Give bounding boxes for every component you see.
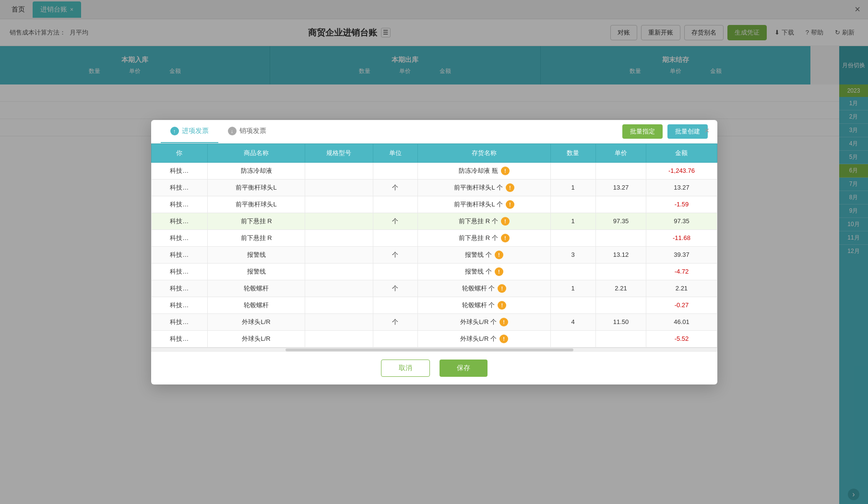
table-row: 科技…前平衡杆球头L前平衡杆球头L 个!-1.59 [151, 196, 717, 213]
table-cell [373, 297, 418, 313]
table-cell: 科技… [151, 297, 208, 313]
inventory-cell: 前平衡杆球头L 个! [418, 179, 551, 196]
col-unit-price: 单价 [595, 144, 646, 162]
table-cell: 3 [550, 246, 595, 263]
sales-tab-icon: ↓ [228, 127, 237, 135]
batch-assign-button[interactable]: 批量指定 [622, 124, 663, 139]
tab-sales-invoice[interactable]: ↓ 销项发票 [218, 120, 276, 143]
table-cell: 4 [550, 313, 595, 330]
table-cell: 13.27 [595, 179, 646, 196]
table-cell: 轮毂螺杆 [208, 280, 305, 297]
tab-purchase-invoice[interactable]: ↑ 进项发票 [161, 120, 218, 143]
table-cell [595, 162, 646, 179]
warning-icon: ! [498, 301, 506, 310]
table-cell [373, 263, 418, 280]
table-cell [550, 330, 595, 347]
table-cell: 13.27 [646, 179, 717, 196]
scrollbar-thumb[interactable] [285, 348, 573, 351]
warning-icon: ! [501, 167, 510, 175]
table-cell: 个 [373, 246, 418, 263]
horizontal-scrollbar[interactable] [151, 348, 717, 351]
table-cell: -0.27 [646, 297, 717, 313]
table-cell: 科技… [151, 179, 208, 196]
table-cell [595, 229, 646, 246]
table-cell: -5.52 [646, 330, 717, 347]
table-cell [305, 246, 373, 263]
table-cell [305, 179, 373, 196]
inventory-cell: 前平衡杆球头L 个! [418, 196, 551, 213]
table-cell [305, 213, 373, 229]
save-button[interactable]: 保存 [440, 360, 488, 377]
purchase-tab-icon: ↑ [170, 127, 179, 135]
dialog-header: ↑ 进项发票 ↓ 销项发票 批量指定 批量创建 × [151, 120, 717, 144]
table-cell: 个 [373, 213, 418, 229]
cancel-button[interactable]: 取消 [381, 360, 430, 377]
dialog-body: 你 商品名称 规格型号 单位 存货名称 数量 单价 金额 科技…防冻冷却液防冻冷… [151, 144, 717, 348]
inventory-cell: 报警线 个! [418, 246, 551, 263]
table-cell: -4.72 [646, 263, 717, 280]
table-cell: 科技… [151, 330, 208, 347]
table-cell: -1.59 [646, 196, 717, 213]
col-company: 你 [151, 144, 208, 162]
table-cell [550, 263, 595, 280]
table-cell [373, 330, 418, 347]
table-cell [595, 330, 646, 347]
col-unit: 单位 [373, 144, 418, 162]
inventory-cell: 外球头L/R 个! [418, 330, 551, 347]
table-row: 科技…前平衡杆球头L个前平衡杆球头L 个!113.2713.27 [151, 179, 717, 196]
modal-overlay: ↑ 进项发票 ↓ 销项发票 批量指定 批量创建 × 你 [0, 0, 868, 504]
table-cell: 2.21 [646, 280, 717, 297]
table-cell: 前平衡杆球头L [208, 179, 305, 196]
col-amount: 金额 [646, 144, 717, 162]
table-cell [550, 229, 595, 246]
table-cell: 科技… [151, 246, 208, 263]
inventory-cell: 报警线 个! [418, 263, 551, 280]
table-row: 科技…报警线报警线 个!-4.72 [151, 263, 717, 280]
table-row: 科技…报警线个报警线 个!313.1239.37 [151, 246, 717, 263]
dialog: ↑ 进项发票 ↓ 销项发票 批量指定 批量创建 × 你 [151, 120, 717, 384]
col-spec: 规格型号 [305, 144, 373, 162]
inventory-cell: 前下悬挂 R 个! [418, 229, 551, 246]
table-cell: 报警线 [208, 263, 305, 280]
warning-icon: ! [498, 284, 506, 293]
table-cell [550, 297, 595, 313]
table-row: 科技…前下悬挂 R前下悬挂 R 个!-11.68 [151, 229, 717, 246]
dialog-close-button[interactable]: × [704, 126, 710, 136]
table-cell [305, 162, 373, 179]
dialog-footer: 取消 保存 [151, 351, 717, 384]
table-cell: -11.68 [646, 229, 717, 246]
warning-icon: ! [495, 251, 503, 259]
dialog-header-actions: 批量指定 批量创建 [622, 120, 708, 143]
table-cell [550, 162, 595, 179]
table-cell: 科技… [151, 263, 208, 280]
table-cell: 前下悬挂 R [208, 229, 305, 246]
table-cell: 13.12 [595, 246, 646, 263]
table-cell: -1,243.76 [646, 162, 717, 179]
table-cell: 科技… [151, 280, 208, 297]
table-row: 科技…轮毂螺杆个轮毂螺杆 个!12.212.21 [151, 280, 717, 297]
table-cell: 个 [373, 179, 418, 196]
table-cell [305, 196, 373, 213]
warning-icon: ! [501, 234, 510, 242]
table-cell: 11.50 [595, 313, 646, 330]
table-cell: 防冻冷却液 [208, 162, 305, 179]
inventory-cell: 外球头L/R 个! [418, 313, 551, 330]
table-cell: 科技… [151, 196, 208, 213]
table-cell [305, 330, 373, 347]
table-cell: 1 [550, 179, 595, 196]
table-cell: 科技… [151, 213, 208, 229]
inventory-cell: 轮毂螺杆 个! [418, 297, 551, 313]
invoice-table: 你 商品名称 规格型号 单位 存货名称 数量 单价 金额 科技…防冻冷却液防冻冷… [151, 144, 717, 348]
table-row: 科技…外球头L/R外球头L/R 个!-5.52 [151, 330, 717, 347]
table-cell: 科技… [151, 313, 208, 330]
table-cell: 外球头L/R [208, 330, 305, 347]
table-cell: 外球头L/R [208, 313, 305, 330]
table-cell: 39.37 [646, 246, 717, 263]
table-cell [305, 297, 373, 313]
table-cell [305, 263, 373, 280]
inventory-cell: 前下悬挂 R 个! [418, 213, 551, 229]
table-cell [595, 263, 646, 280]
table-cell: 前平衡杆球头L [208, 196, 305, 213]
table-cell: 轮毂螺杆 [208, 297, 305, 313]
batch-create-button[interactable]: 批量创建 [667, 124, 708, 139]
